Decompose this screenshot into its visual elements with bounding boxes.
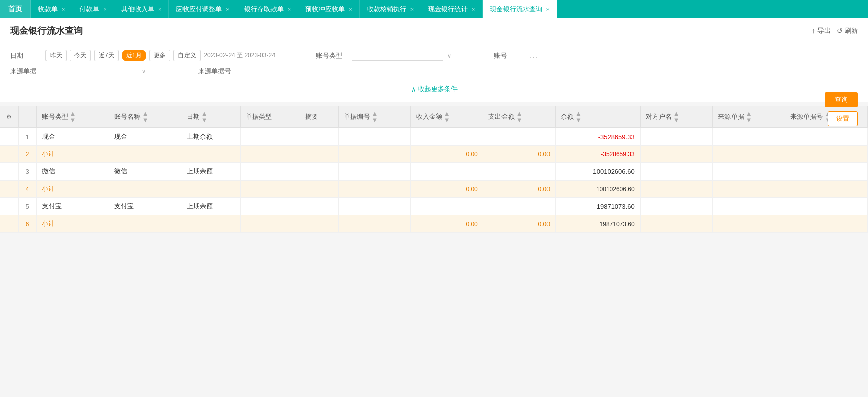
date-btn-1month[interactable]: 近1月 [122, 50, 147, 61]
close-tab-5-icon[interactable]: × [349, 6, 352, 12]
nav-tab-6[interactable]: 收款核销执行 × [360, 0, 421, 18]
nav-tab-7[interactable]: 现金银行统计 × [421, 0, 482, 18]
sort-counterparty-icon: ▲▼ [673, 110, 680, 123]
row-account-name [109, 146, 181, 163]
row-source-doc [712, 198, 785, 215]
source-doc-no-label: 来源单据号 [198, 67, 231, 76]
row-balance: 100102606.60 [555, 181, 640, 198]
close-tab-0-icon[interactable]: × [62, 6, 65, 12]
th-gear[interactable]: ⚙ [0, 106, 18, 128]
nav-tab-0[interactable]: 收款单 × [31, 0, 72, 18]
nav-tab-3[interactable]: 应收应付调整单 × [169, 0, 237, 18]
row-expense [483, 198, 555, 215]
refresh-button[interactable]: ↺ 刷新 [837, 26, 858, 35]
source-doc-no-input[interactable] [241, 66, 342, 76]
export-button[interactable]: ↑ 导出 [812, 26, 831, 35]
row-income: 0.00 [410, 181, 483, 198]
row-counterparty [640, 146, 712, 163]
row-balance: 19871073.60 [555, 198, 640, 215]
table-row: 5 支付宝 支付宝 上期余额 19871073.60 [0, 198, 868, 215]
nav-tab-4[interactable]: 银行存取款单 × [237, 0, 298, 18]
query-button[interactable]: 查询 [825, 92, 858, 107]
close-tab-4-icon[interactable]: × [288, 6, 291, 12]
row-balance: 19871073.60 [555, 215, 640, 233]
th-doc-no[interactable]: 单据编号 ▲▼ [338, 106, 410, 128]
row-account-type: 小计 [36, 215, 109, 233]
row-expense: 0.00 [483, 181, 555, 198]
row-balance: -3528659.33 [555, 146, 640, 163]
close-tab-1-icon[interactable]: × [103, 6, 106, 12]
table-row: 4 小计 0.00 0.00 100102606.60 [0, 181, 868, 198]
row-expense: 0.00 [483, 215, 555, 233]
nav-tab-1[interactable]: 付款单 × [72, 0, 114, 18]
row-income [410, 128, 483, 146]
close-tab-7-icon[interactable]: × [472, 6, 475, 12]
settings-button[interactable]: 设置 [828, 111, 858, 126]
row-source-doc-no [785, 163, 867, 181]
collapse-label: 收起更多条件 [418, 84, 458, 94]
table-row: 6 小计 0.00 0.00 19871073.60 [0, 215, 868, 233]
close-tab-6-icon[interactable]: × [410, 6, 414, 12]
source-doc-select[interactable] [47, 66, 138, 76]
row-gear-cell [0, 215, 18, 233]
row-source-doc [712, 146, 785, 163]
date-label: 日期 [10, 51, 35, 60]
row-doc-type [241, 198, 300, 215]
row-source-doc-no [785, 181, 867, 198]
account-more-icon[interactable]: ... [529, 51, 539, 60]
row-index: 5 [18, 198, 36, 215]
source-doc-label: 来源单据 [10, 67, 36, 76]
collapse-bar[interactable]: ∧ 收起更多条件 [10, 81, 858, 96]
th-account-type[interactable]: 账号类型 ▲▼ [36, 106, 109, 128]
row-counterparty [640, 163, 712, 181]
row-account-type: 支付宝 [36, 198, 109, 215]
row-expense [483, 163, 555, 181]
sort-expense-icon: ▲▼ [516, 110, 523, 123]
row-source-doc-no [785, 128, 867, 146]
th-account-name[interactable]: 账号名称 ▲▼ [109, 106, 181, 128]
account-type-select[interactable] [352, 51, 443, 61]
th-balance[interactable]: 余额 ▲▼ [555, 106, 640, 128]
row-source-doc-no [785, 215, 867, 233]
row-source-doc-no [785, 146, 867, 163]
nav-tab-5[interactable]: 预收冲应收单 × [298, 0, 359, 18]
nav-tab-8[interactable]: 现金银行流水查询 × [483, 0, 557, 18]
row-summary [300, 215, 338, 233]
th-expense[interactable]: 支出金额 ▲▼ [483, 106, 555, 128]
row-account-type: 小计 [36, 146, 109, 163]
nav-tab-2[interactable]: 其他收入单 × [114, 0, 169, 18]
sort-source-doc-icon: ▲▼ [746, 110, 752, 123]
close-tab-3-icon[interactable]: × [226, 6, 229, 12]
sort-account-name-icon: ▲▼ [142, 110, 149, 123]
date-range: 2023-02-24 至 2023-03-24 [204, 51, 275, 60]
row-date: 上期余额 [181, 163, 241, 181]
top-nav: 首页 收款单 × 付款单 × 其他收入单 × 应收应付调整单 × 银行存取款单 … [0, 0, 868, 18]
close-tab-2-icon[interactable]: × [158, 6, 161, 12]
row-source-doc [712, 128, 785, 146]
account-type-label: 账号类型 [316, 51, 342, 60]
sort-income-icon: ▲▼ [444, 110, 450, 123]
row-doc-type [241, 146, 300, 163]
nav-home[interactable]: 首页 [0, 0, 31, 18]
row-doc-no [338, 215, 410, 233]
row-doc-no [338, 198, 410, 215]
row-source-doc-no [785, 198, 867, 215]
date-btn-today[interactable]: 今天 [70, 50, 91, 61]
row-account-name: 支付宝 [109, 198, 181, 215]
date-btn-custom[interactable]: 自定义 [173, 50, 201, 61]
table-body: 1 现金 现金 上期余额 -3528659.33 2 小计 0.00 0.00 … [0, 128, 868, 233]
th-date[interactable]: 日期 ▲▼ [181, 106, 241, 128]
date-btn-7days[interactable]: 近7天 [94, 50, 119, 61]
th-source-doc[interactable]: 来源单据 ▲▼ [712, 106, 785, 128]
filter-area: 日期 昨天 今天 近7天 近1月 更多 自定义 2023-02-24 至 202… [0, 43, 868, 102]
date-btn-more[interactable]: 更多 [149, 50, 170, 61]
sort-account-type-icon: ▲▼ [70, 110, 76, 123]
row-income [410, 163, 483, 181]
th-counterparty[interactable]: 对方户名 ▲▼ [640, 106, 712, 128]
date-btn-yesterday[interactable]: 昨天 [45, 50, 67, 61]
row-account-name: 现金 [109, 128, 181, 146]
row-date [181, 146, 241, 163]
header-actions: ↑ 导出 ↺ 刷新 [812, 26, 858, 35]
th-income[interactable]: 收入金额 ▲▼ [410, 106, 483, 128]
close-tab-8-icon[interactable]: × [546, 6, 550, 12]
